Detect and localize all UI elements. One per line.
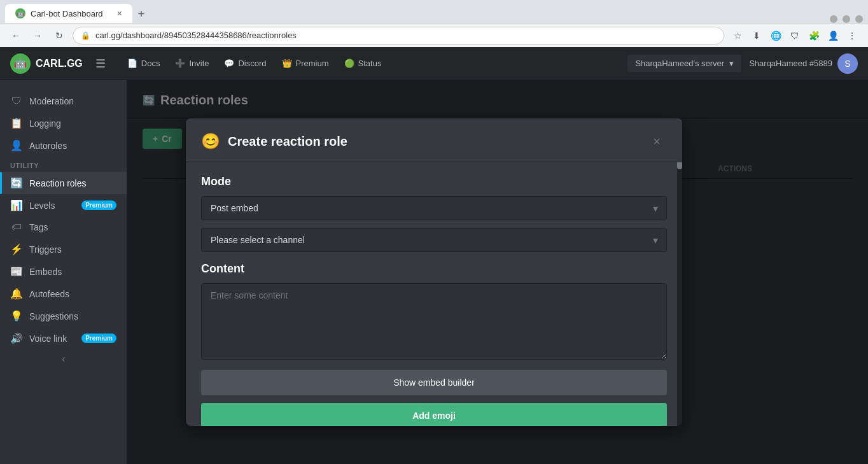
sidebar-item-autoroles[interactable]: 👤 Autoroles xyxy=(0,134,127,157)
tab-title: Carl-bot Dashboard xyxy=(31,9,102,18)
mode-section-title: Mode xyxy=(201,175,667,188)
premium-icon: 👑 xyxy=(282,59,292,68)
nav-status[interactable]: 🟢 Status xyxy=(338,55,388,72)
logging-icon: 📋 xyxy=(10,117,23,129)
modal-emoji-icon: 😊 xyxy=(201,132,220,150)
url-text: carl.gg/dashboard/894503528444358686/rea… xyxy=(95,31,297,40)
tab-favicon: 🤖 xyxy=(15,8,25,18)
moderation-icon: 🛡 xyxy=(10,95,23,107)
menu-button[interactable]: ⋮ xyxy=(844,27,860,44)
server-selector[interactable]: SharqaHameed's server ▾ xyxy=(627,55,741,72)
modal-close-button[interactable]: × xyxy=(647,131,667,151)
nav-invite[interactable]: ➕ Invite xyxy=(169,55,215,72)
create-reaction-role-modal: 😊 Create reaction role × Mode Post embed… xyxy=(186,118,682,426)
mode-select[interactable]: Post embed Add to existing message Use e… xyxy=(201,196,667,220)
profile-button[interactable]: 👤 xyxy=(825,27,841,44)
sidebar-label-suggestions: Suggestions xyxy=(29,311,78,321)
hamburger-menu[interactable]: ☰ xyxy=(95,57,106,71)
modal-header: 😊 Create reaction role × xyxy=(186,118,682,162)
sidebar-label-levels: Levels xyxy=(29,200,55,211)
docs-icon: 📄 xyxy=(127,59,137,68)
username: SharqaHameed #5889 xyxy=(749,59,832,68)
sidebar-label-moderation: Moderation xyxy=(29,96,74,106)
sidebar-item-voice-link[interactable]: 🔊 Voice link Premium xyxy=(0,327,127,349)
lock-icon: 🔒 xyxy=(81,31,90,40)
autofeeds-icon: 🔔 xyxy=(10,288,23,300)
navbar-right: SharqaHameed's server ▾ SharqaHameed #58… xyxy=(627,53,858,74)
invite-icon: ➕ xyxy=(175,59,185,68)
sidebar-label-embeds: Embeds xyxy=(29,267,62,277)
content-textarea[interactable] xyxy=(201,283,667,360)
levels-icon: 📊 xyxy=(10,199,23,211)
sidebar-item-triggers[interactable]: ⚡ Triggers xyxy=(0,238,127,260)
minimize-button[interactable] xyxy=(830,15,837,23)
nav-premium-label: Premium xyxy=(296,59,329,68)
add-emoji-button[interactable]: Add emoji xyxy=(201,403,667,426)
voice-link-premium-badge: Premium xyxy=(81,334,116,343)
tags-icon: 🏷 xyxy=(10,221,23,233)
triggers-icon: ⚡ xyxy=(10,243,23,255)
sidebar-item-suggestions[interactable]: 💡 Suggestions xyxy=(0,305,127,327)
maximize-button[interactable] xyxy=(843,15,850,23)
navbar-links: 📄 Docs ➕ Invite 💬 Discord 👑 Premium 🟢 St… xyxy=(121,55,388,72)
channel-select-wrapper: Please select a channel xyxy=(201,228,667,252)
nav-premium[interactable]: 👑 Premium xyxy=(276,55,335,72)
sidebar-item-moderation[interactable]: 🛡 Moderation xyxy=(0,90,127,112)
discord-icon: 💬 xyxy=(224,59,234,68)
sidebar-label-triggers: Triggers xyxy=(29,244,62,255)
sidebar-label-autoroles: Autoroles xyxy=(29,141,67,151)
voice-link-icon: 🔊 xyxy=(10,332,23,344)
sidebar: 🛡 Moderation 📋 Logging 👤 Autoroles UTILI… xyxy=(0,80,127,464)
autoroles-icon: 👤 xyxy=(10,139,23,151)
nav-discord[interactable]: 💬 Discord xyxy=(218,55,272,72)
browser-tab[interactable]: 🤖 Carl-bot Dashboard × xyxy=(5,4,132,23)
close-window-button[interactable] xyxy=(855,15,863,23)
logo-icon: 🤖 xyxy=(10,53,31,74)
suggestions-icon: 💡 xyxy=(10,310,23,322)
sidebar-label-voice-link: Voice link xyxy=(29,334,67,344)
extensions-button[interactable]: 🧩 xyxy=(806,27,822,44)
logo[interactable]: 🤖 CARL.GG xyxy=(10,53,83,74)
new-tab-button[interactable]: + xyxy=(132,5,150,23)
sidebar-item-embeds[interactable]: 📰 Embeds xyxy=(0,260,127,283)
address-bar[interactable]: 🔒 carl.gg/dashboard/894503528444358686/r… xyxy=(73,27,724,45)
sidebar-item-logging[interactable]: 📋 Logging xyxy=(0,112,127,134)
tab-close-button[interactable]: × xyxy=(117,8,122,18)
show-embed-builder-button[interactable]: Show embed builder xyxy=(201,370,667,395)
modal-body: Mode Post embed Add to existing message … xyxy=(186,162,682,426)
sidebar-item-tags[interactable]: 🏷 Tags xyxy=(0,216,127,238)
embeds-icon: 📰 xyxy=(10,265,23,278)
server-dropdown-icon: ▾ xyxy=(729,59,734,68)
reaction-roles-icon: 🔄 xyxy=(10,177,23,189)
user-avatar[interactable]: S xyxy=(837,53,858,74)
nav-docs[interactable]: 📄 Docs xyxy=(121,55,167,72)
status-icon: 🟢 xyxy=(344,59,354,68)
translate-button[interactable]: 🌐 xyxy=(767,27,784,44)
user-info: SharqaHameed #5889 S xyxy=(749,53,858,74)
sidebar-item-reaction-roles[interactable]: 🔄 Reaction roles xyxy=(0,172,127,194)
sidebar-label-autofeeds: Autofeeds xyxy=(29,289,69,299)
levels-premium-badge: Premium xyxy=(81,200,116,210)
modal-scrollbar-track[interactable] xyxy=(677,118,682,426)
modal-overlay: 😊 Create reaction role × Mode Post embed… xyxy=(127,80,868,464)
back-button[interactable]: ← xyxy=(8,27,24,44)
vpn-button[interactable]: 🛡 xyxy=(787,27,803,44)
server-name: SharqaHameed's server xyxy=(635,59,724,68)
bookmark-button[interactable]: ☆ xyxy=(729,27,746,44)
sidebar-item-levels[interactable]: 📊 Levels Premium xyxy=(0,194,127,216)
utility-section-label: UTILITY xyxy=(0,157,127,172)
channel-select[interactable]: Please select a channel xyxy=(201,228,667,252)
content-section-title: Content xyxy=(201,262,667,276)
refresh-button[interactable]: ↻ xyxy=(51,27,67,44)
content-area: 🔄 Reaction roles + Cr Actions xyxy=(127,80,868,464)
collapse-icon: ‹ xyxy=(62,353,65,365)
mode-select-wrapper: Post embed Add to existing message Use e… xyxy=(201,196,667,220)
forward-button[interactable]: → xyxy=(29,27,46,44)
sidebar-item-autofeeds[interactable]: 🔔 Autofeeds xyxy=(0,283,127,305)
sidebar-label-reaction-roles: Reaction roles xyxy=(29,178,87,188)
sidebar-collapse-button[interactable]: ‹ xyxy=(0,348,127,370)
screenshot-button[interactable]: ⬇ xyxy=(748,27,765,44)
sidebar-label-tags: Tags xyxy=(29,222,48,232)
nav-docs-label: Docs xyxy=(141,59,160,68)
logo-text: CARL.GG xyxy=(36,58,83,69)
